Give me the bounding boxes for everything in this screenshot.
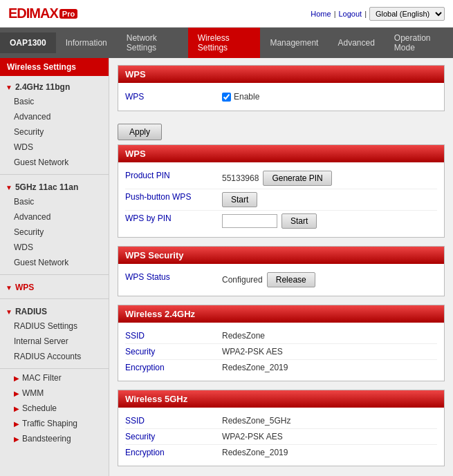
language-select[interactable]: Global (English) <box>369 7 445 21</box>
wps-enable-section: WPS WPS Enable <box>118 65 445 111</box>
sidebar-section-radius: ▼ RADIUS RADIUS Settings Internal Server… <box>0 301 109 367</box>
sidebar-section-5ghz-header[interactable]: ▼ 5GHz 11ac 11an <box>0 179 109 194</box>
sidebar-item-wds-5[interactable]: WDS <box>0 240 109 255</box>
sidebar-item-schedule[interactable]: ▶Schedule <box>0 401 109 416</box>
ssid-5-label: SSID <box>125 416 222 426</box>
wps-enable-value: Enable <box>222 92 437 102</box>
sidebar-item-guest-network-5[interactable]: Guest Network <box>0 255 109 270</box>
nav-item-advanced[interactable]: Advanced <box>328 32 384 53</box>
release-button[interactable]: Release <box>267 272 315 287</box>
nav-item-wireless-settings[interactable]: Wireless Settings <box>188 28 261 58</box>
sidebar-item-internal-server[interactable]: Internal Server <box>0 334 109 349</box>
encryption-24-row: Encryption RedesZone_2019 <box>125 360 437 375</box>
sidebar-item-advanced-24[interactable]: Advanced <box>0 109 109 124</box>
security-24-label: Security <box>125 347 222 356</box>
wps-pin-section-body: Product PIN 55133968 Generate PIN Push-b… <box>118 162 444 237</box>
encryption-24-label: Encryption <box>125 363 222 372</box>
security-5-label: Security <box>125 432 222 441</box>
wps-enable-label: WPS <box>125 92 222 102</box>
product-pin-row: Product PIN 55133968 Generate PIN <box>125 168 437 189</box>
push-button-wps-row: Push-button WPS Start <box>125 189 437 211</box>
wps-enable-text: Enable <box>234 92 259 102</box>
security-24-row: Security WPA2-PSK AES <box>125 344 437 360</box>
sidebar-item-security-24[interactable]: Security <box>0 124 109 140</box>
sidebar-item-guest-network-24[interactable]: Guest Network <box>0 155 109 170</box>
sidebar-item-mac-filter[interactable]: ▶MAC Filter <box>0 370 109 385</box>
encryption-5-value: RedesZone_2019 <box>222 448 437 457</box>
apply-button[interactable]: Apply <box>118 124 162 140</box>
wps-by-pin-label: WPS by PIN <box>125 213 222 229</box>
sidebar: Wireless Settings ▼ 2.4GHz 11bgn Basic A… <box>0 58 109 476</box>
wps-enable-section-header: WPS <box>118 66 444 83</box>
sidebar-item-wmm[interactable]: ▶WMM <box>0 385 109 401</box>
sidebar-item-basic-24[interactable]: Basic <box>0 94 109 109</box>
sidebar-item-traffic-shaping[interactable]: ▶Traffic Shaping <box>0 416 109 431</box>
sidebar-section-wps-header[interactable]: ▼ WPS <box>0 279 109 294</box>
sidebar-item-wps[interactable]: WPS <box>15 283 34 292</box>
wireless-5-header: Wireless 5GHz <box>118 390 444 408</box>
wps-by-pin-row: WPS by PIN Start <box>125 211 437 231</box>
ssid-5-row: SSID RedesZone_5GHz <box>125 413 437 429</box>
arrow-icon: ▼ <box>6 84 12 91</box>
encryption-24-value: RedesZone_2019 <box>222 363 437 372</box>
sidebar-item-wds-24[interactable]: WDS <box>0 140 109 155</box>
nav-item-management[interactable]: Management <box>260 32 328 53</box>
product-pin-label: Product PIN <box>125 171 222 186</box>
wps-security-section: WPS Security WPS Status Configured Relea… <box>118 246 445 296</box>
wps-by-pin-start[interactable]: Start <box>281 213 317 229</box>
main-content: WPS WPS Enable Apply WPS Pro <box>109 58 453 476</box>
ssid-24-row: SSID RedesZone <box>125 328 437 344</box>
wireless-5-body: SSID RedesZone_5GHz Security WPA2-PSK AE… <box>118 408 444 466</box>
sidebar-title: Wireless Settings <box>0 58 109 76</box>
sidebar-item-security-5[interactable]: Security <box>0 225 109 240</box>
wps-enable-checkbox-label[interactable]: Enable <box>222 92 259 102</box>
arrow-icon-wps: ▼ <box>6 284 12 292</box>
generate-pin-button[interactable]: Generate PIN <box>263 171 331 186</box>
push-button-wps-value: Start <box>222 192 437 207</box>
encryption-5-row: Encryption RedesZone_2019 <box>125 445 437 460</box>
ssid-5-value: RedesZone_5GHz <box>222 416 437 426</box>
sidebar-item-radius-accounts[interactable]: RADIUS Accounts <box>0 349 109 364</box>
sidebar-section-24ghz-header[interactable]: ▼ 2.4GHz 11bgn <box>0 79 109 94</box>
wps-by-pin-input[interactable] <box>222 214 277 228</box>
wps-enable-checkbox[interactable] <box>222 93 231 102</box>
wireless-24-section: Wireless 2.4GHz SSID RedesZone Security … <box>118 305 445 381</box>
logo-pro: Pro <box>59 9 77 19</box>
push-button-wps-label: Push-button WPS <box>125 192 222 207</box>
sidebar-item-radius-settings[interactable]: RADIUS Settings <box>0 318 109 334</box>
nav-item-operation-mode[interactable]: Operation Mode <box>385 28 453 58</box>
sidebar-section-wps: ▼ WPS <box>0 276 109 297</box>
arrow-icon-5ghz: ▼ <box>6 184 12 191</box>
ssid-24-value: RedesZone <box>222 331 437 341</box>
sidebar-section-radius-header[interactable]: ▼ RADIUS <box>0 303 109 318</box>
logout-link[interactable]: Logout <box>338 10 362 18</box>
logo: EDIMAX Pro <box>8 6 77 21</box>
nav-item-information[interactable]: Information <box>56 32 117 53</box>
nav-item-network-settings[interactable]: Network Settings <box>117 28 188 58</box>
sidebar-item-advanced-5[interactable]: Advanced <box>0 209 109 225</box>
sidebar-item-basic-5[interactable]: Basic <box>0 194 109 209</box>
wps-security-section-body: WPS Status Configured Release <box>118 264 444 296</box>
sidebar-section-24ghz: ▼ 2.4GHz 11bgn Basic Advanced Security W… <box>0 76 109 173</box>
wps-pin-section-header: WPS <box>118 145 444 162</box>
push-button-start[interactable]: Start <box>222 192 257 207</box>
encryption-5-label: Encryption <box>125 448 222 457</box>
wps-enable-row: WPS Enable <box>125 88 437 105</box>
wps-status-row: WPS Status Configured Release <box>125 269 437 290</box>
sidebar-item-bandsteering[interactable]: ▶Bandsteering <box>0 431 109 446</box>
header-right: Home | Logout | Global (English) <box>311 7 445 21</box>
home-link[interactable]: Home <box>311 10 331 18</box>
wps-security-section-header: WPS Security <box>118 247 444 264</box>
ssid-24-label: SSID <box>125 331 222 341</box>
product-pin-number: 55133968 <box>222 173 259 183</box>
wps-by-pin-value: Start <box>222 213 437 229</box>
wps-status-text: Configured <box>222 275 263 285</box>
arrow-icon-radius: ▼ <box>6 308 12 316</box>
logo-text: EDIMAX <box>8 6 58 21</box>
wireless-24-body: SSID RedesZone Security WPA2-PSK AES Enc… <box>118 323 444 381</box>
wireless-5-section: Wireless 5GHz SSID RedesZone_5GHz Securi… <box>118 390 445 466</box>
product-pin-value: 55133968 Generate PIN <box>222 171 437 186</box>
content-wrapper: Wireless Settings ▼ 2.4GHz 11bgn Basic A… <box>0 58 453 476</box>
security-5-row: Security WPA2-PSK AES <box>125 429 437 445</box>
wireless-24-header: Wireless 2.4GHz <box>118 305 444 323</box>
